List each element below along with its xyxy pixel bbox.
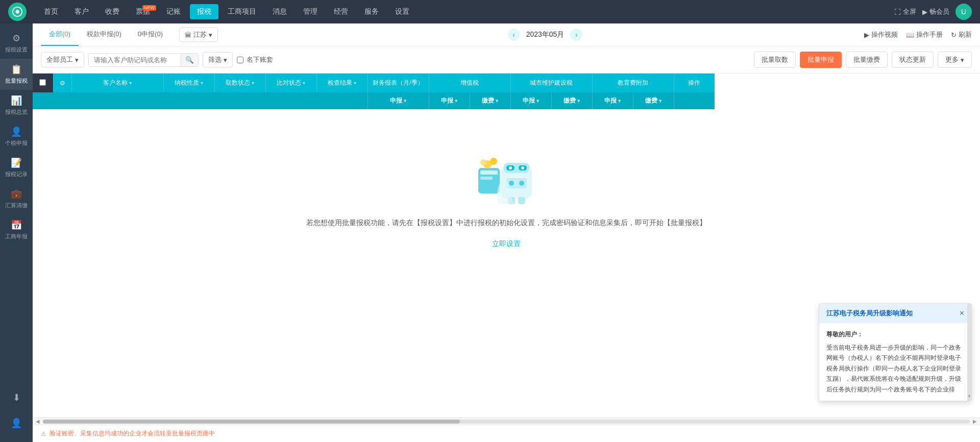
tax-records-icon: 📝	[11, 157, 22, 168]
sidebar-item-tax-records[interactable]: 📝 报税记录	[0, 152, 33, 183]
robot-svg	[473, 140, 540, 206]
toolbar: 全部员工 ▾ 🔍 筛选 ▾ 名下账套 批量取数 批量申报 批量缴费 状态更新 更…	[33, 46, 980, 73]
city-pay-sub[interactable]: 缴费 ▾	[551, 92, 592, 109]
chevron-down-icon: ▾	[224, 56, 227, 64]
filter-button[interactable]: 筛选 ▾	[203, 52, 233, 67]
scroll-left-button[interactable]: ◀	[35, 419, 41, 424]
scroll-track[interactable]	[43, 420, 970, 424]
nav-invoice[interactable]: 票据 NEW	[129, 4, 157, 19]
vat-declare-sub[interactable]: 申报 ▾	[429, 92, 470, 109]
employee-filter[interactable]: 全部员工 ▾	[41, 52, 84, 67]
batch-pay-button[interactable]: 批量缴费	[846, 52, 888, 68]
nav-settings[interactable]: 设置	[388, 4, 416, 19]
chevron-down-icon: ▾	[75, 56, 79, 64]
nav-client[interactable]: 客户	[67, 4, 96, 19]
edu-pay-sub[interactable]: 缴费 ▾	[633, 92, 674, 109]
checkbox-col[interactable]	[33, 73, 53, 92]
sort-icon: ▾	[129, 80, 132, 86]
tab-tax-declare[interactable]: 税款申报(0)	[79, 23, 130, 46]
status-update-button[interactable]: 状态更新	[892, 52, 934, 68]
search-button[interactable]: 🔍	[181, 54, 198, 66]
sort-icon: ▾	[404, 98, 406, 104]
operation-manual-link[interactable]: 📖 操作手册	[906, 30, 943, 39]
scroll-right-button[interactable]: ▶	[972, 419, 978, 424]
bottom-bar: ⚠ 验证账密、采集信息均成功的企业才会流转至批量报税页面中	[33, 425, 980, 442]
sidebar-bottom: ⬇ 👤	[9, 387, 24, 442]
nav-home[interactable]: 首页	[37, 4, 65, 19]
top-nav-right: ⛶ 全屏 ▶ 畅会员 U	[894, 4, 972, 20]
operation-video-link[interactable]: ▶ 操作视频	[864, 30, 898, 39]
svg-rect-2	[480, 177, 493, 180]
personal-tax-icon: 👤	[11, 126, 22, 137]
compare-status-header[interactable]: 比对状态 ▾	[265, 73, 316, 92]
nav-service[interactable]: 服务	[357, 4, 386, 19]
horizontal-scrollbar[interactable]: ◀ ▶	[33, 418, 980, 425]
sidebar-profile[interactable]: 👤	[9, 412, 24, 434]
notif-scroll-bar[interactable]: ▼	[967, 304, 971, 401]
notification-greeting: 尊敬的用户：	[826, 329, 964, 339]
nav-bookkeeping[interactable]: 记账	[159, 4, 188, 19]
empty-state-text: 若您想使用批量报税功能，请先在【报税设置】中进行报税的初始化设置，完成密码验证和…	[306, 216, 706, 229]
notification-close-button[interactable]: ×	[960, 309, 964, 317]
svg-rect-16	[518, 197, 525, 204]
sort-icon: ▾	[354, 80, 356, 86]
fullscreen-button[interactable]: ⛶ 全屏	[894, 7, 916, 16]
sidebar-item-personal-tax[interactable]: 👤 个税申报	[0, 121, 33, 152]
scroll-down-icon: ▼	[967, 394, 971, 399]
nav-fee[interactable]: 收费	[98, 4, 127, 19]
search-wrap: 🔍	[88, 53, 199, 67]
sidebar-item-batch-tax[interactable]: 📋 批量报税	[0, 59, 33, 90]
select-all-checkbox[interactable]	[39, 79, 46, 86]
financial-declare-sub[interactable]: 申报 ▾	[368, 92, 429, 109]
scroll-thumb[interactable]	[43, 420, 460, 424]
notification-text: 受当前电子税务局进一步升级的影响，同一个政务网账号（办税人）名下的企业不能再同时…	[826, 342, 964, 395]
member-icon: ▶	[922, 8, 927, 16]
setup-link[interactable]: 立即设置	[492, 239, 521, 249]
batch-declare-button[interactable]: 批量申报	[800, 52, 842, 68]
settings-col[interactable]: ⚙	[53, 73, 71, 92]
nav-manage[interactable]: 管理	[296, 4, 325, 19]
sidebar-item-tax-overview[interactable]: 📊 报税总览	[0, 90, 33, 121]
tab-all[interactable]: 全部(0)	[41, 23, 79, 46]
tab-zero-declare[interactable]: 0申报(0)	[130, 23, 171, 46]
city-declare-sub[interactable]: 申报 ▾	[510, 92, 551, 109]
tax-overview-icon: 📊	[11, 95, 22, 106]
bottom-bar-text: 验证账密、采集信息均成功的企业才会流转至批量报税页面中	[50, 429, 215, 438]
svg-point-14	[519, 181, 524, 186]
next-month-button[interactable]: ›	[570, 29, 582, 41]
nav-business[interactable]: 工商项目	[220, 4, 263, 19]
user-avatar[interactable]: U	[955, 4, 972, 20]
edu-declare-sub[interactable]: 申报 ▾	[592, 92, 633, 109]
table-header-row-1: ⚙ 客户名称 ▾ 纳税性质 ▾ 取数状态 ▾ 比对状态	[33, 73, 980, 92]
app-logo[interactable]	[8, 3, 27, 21]
fetch-status-header[interactable]: 取数状态 ▾	[214, 73, 265, 92]
account-checkbox-label[interactable]: 名下账套	[237, 55, 273, 64]
sidebar: ⚙ 报税设置 📋 批量报税 📊 报税总览 👤 个税申报 📝 报税记录 💼 汇算清…	[0, 23, 33, 442]
nav-items: 首页 客户 收费 票据 NEW 记账 报税 工商项目 消息 管理 经营 服务 设…	[37, 4, 894, 19]
more-button[interactable]: 更多 ▾	[938, 52, 972, 68]
account-checkbox[interactable]	[237, 57, 243, 63]
sort-icon: ▾	[536, 98, 539, 104]
batch-tax-icon: 📋	[11, 64, 22, 75]
sort-icon: ▾	[455, 98, 457, 104]
search-input[interactable]	[89, 54, 181, 66]
vat-pay-sub[interactable]: 缴费 ▾	[470, 92, 510, 109]
client-name-header[interactable]: 客户名称 ▾	[71, 73, 163, 92]
empty-state: 若您想使用批量报税功能，请先在【报税设置】中进行报税的初始化设置，完成密码验证和…	[33, 109, 980, 279]
batch-fetch-button[interactable]: 批量取数	[754, 52, 796, 68]
nav-tax[interactable]: 报税	[190, 4, 218, 19]
province-selector[interactable]: 🏛 江苏 ▾	[179, 28, 218, 42]
sidebar-item-tax-settings[interactable]: ⚙ 报税设置	[0, 28, 33, 59]
nav-message[interactable]: 消息	[265, 4, 294, 19]
sort-icon: ▾	[618, 98, 621, 104]
check-result-header[interactable]: 检查结果 ▾	[316, 73, 368, 92]
refresh-button[interactable]: ↻ 刷新	[951, 30, 972, 39]
svg-rect-1	[480, 170, 498, 175]
sidebar-download[interactable]: ⬇	[9, 387, 24, 408]
member-button[interactable]: ▶ 畅会员	[922, 7, 949, 16]
tax-nature-header[interactable]: 纳税性质 ▾	[163, 73, 214, 92]
nav-operation[interactable]: 经营	[327, 4, 355, 19]
sidebar-item-annual-report[interactable]: 📅 工商年报	[0, 214, 33, 245]
sidebar-item-annual-settlement[interactable]: 💼 汇算清缴	[0, 183, 33, 214]
prev-month-button[interactable]: ‹	[508, 29, 520, 41]
